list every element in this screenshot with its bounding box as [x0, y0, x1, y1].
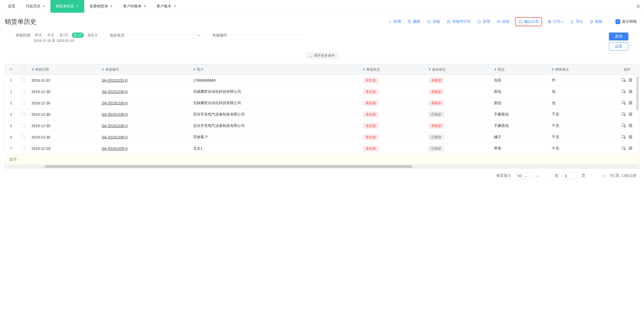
svg-rect-5: [548, 21, 550, 22]
more-icon[interactable]: [628, 101, 633, 106]
svg-rect-30: [631, 113, 632, 114]
pill-today[interactable]: 今天: [46, 33, 56, 38]
col-date[interactable]: ▲▼单据日期: [29, 64, 100, 75]
close-icon[interactable]: ×: [144, 4, 146, 8]
plus-icon: +: [388, 20, 392, 24]
tab-view-sales[interactable]: 查看销货单×: [84, 0, 118, 13]
per-page-select[interactable]: 50⌄: [515, 172, 530, 179]
close-all-tabs-icon[interactable]: ×: [636, 3, 640, 10]
page-input[interactable]: [563, 173, 577, 179]
tab-customer-ledger[interactable]: 客户账本×: [151, 0, 181, 13]
receive-button[interactable]: 收款: [497, 19, 510, 24]
receive-icon: [497, 20, 501, 24]
view-icon[interactable]: [622, 78, 626, 83]
more-icon[interactable]: [628, 89, 633, 94]
docno-link[interactable]: SA-20191231-0: [102, 78, 128, 82]
export-button[interactable]: 导出: [570, 19, 583, 24]
close-icon[interactable]: ×: [110, 4, 113, 8]
docno-input[interactable]: [230, 33, 304, 35]
row-checkbox[interactable]: [21, 112, 25, 116]
prev-page-button[interactable]: 〈: [544, 173, 550, 179]
audit-button[interactable]: 审核: [427, 19, 440, 24]
close-icon[interactable]: ×: [43, 4, 45, 8]
col-doc-status[interactable]: ▲▼单据状态: [361, 64, 426, 75]
svg-rect-49: [629, 149, 630, 150]
gear-icon[interactable]: [9, 68, 13, 72]
svg-rect-6: [549, 20, 550, 21]
pill-7days[interactable]: 近7天: [58, 33, 70, 38]
pagination: 每页显示 50⌄ ⇤ 〈 第 页 〉 ⇥ 共1页, 13条记录: [0, 169, 644, 183]
cell-product: 包装: [492, 75, 549, 86]
close-icon[interactable]: ×: [76, 4, 79, 8]
col-unit[interactable]: ▲▼销售单位: [550, 64, 615, 75]
page-header: 销货单历史 +新增 删除 审核 审核并打印 弃审 收款 确认出库 打印▾ 导出 …: [0, 13, 644, 29]
row-checkbox[interactable]: [21, 89, 25, 94]
filter-pay-status: 收款状态 ⌄: [110, 33, 202, 38]
row-checkbox[interactable]: [21, 123, 25, 128]
row-checkbox[interactable]: [21, 135, 25, 139]
print-button[interactable]: 打印▾: [547, 19, 563, 24]
cell-unit: 千克: [550, 143, 615, 154]
view-icon[interactable]: [622, 123, 626, 128]
tab-home[interactable]: 首页: [3, 0, 21, 13]
cell-date: 2019-12-30: [29, 132, 100, 143]
view-icon[interactable]: [622, 101, 626, 106]
confirm-outbound-button[interactable]: 确认出库: [515, 17, 542, 26]
docno-link[interactable]: SA-20191230-0: [102, 112, 128, 117]
row-checkbox[interactable]: [21, 101, 25, 105]
docno-link[interactable]: SA-20191230-0: [102, 135, 128, 139]
filter-date: 单据日期 昨天 今天 近7天 近1月 自定义 2019-12-10 至 2020…: [16, 33, 99, 43]
view-icon[interactable]: [622, 112, 626, 117]
view-icon[interactable]: [622, 89, 626, 94]
svg-point-8: [11, 68, 12, 70]
settings-button[interactable]: 设置: [609, 43, 628, 50]
docno-link[interactable]: SA-20191230-0: [102, 90, 128, 94]
show-detail-toggle[interactable]: ✓显示明细: [615, 19, 637, 24]
col-product[interactable]: ▲▼商品: [492, 64, 549, 75]
svg-rect-7: [549, 22, 550, 23]
pill-custom[interactable]: 自定义: [86, 33, 99, 38]
unaudit-button[interactable]: 弃审: [477, 19, 490, 24]
docno-link[interactable]: SA-20191229-0: [102, 146, 128, 151]
more-icon[interactable]: [628, 112, 633, 117]
svg-rect-33: [622, 124, 624, 126]
row-index: 7: [5, 143, 17, 154]
tab-payment-history[interactable]: 付款历史×: [21, 0, 50, 13]
tab-customer-statement[interactable]: 客户对账单×: [118, 0, 151, 13]
view-icon[interactable]: [622, 135, 626, 140]
last-page-button[interactable]: ⇥: [600, 173, 606, 178]
expand-conditions-button[interactable]: ⌄展开更多条件: [305, 52, 339, 59]
horizontal-scrollbar[interactable]: [5, 165, 639, 168]
col-pay-status[interactable]: ▲▼收款状态: [426, 64, 492, 75]
pill-1month[interactable]: 近1月: [72, 33, 84, 38]
view-icon[interactable]: [622, 146, 626, 151]
row-checkbox[interactable]: [21, 146, 25, 150]
svg-rect-19: [629, 92, 630, 93]
pay-status-select[interactable]: ⌄: [128, 33, 202, 35]
more-icon[interactable]: [628, 135, 633, 140]
cell-unit: 包: [550, 98, 615, 109]
query-button[interactable]: 查询: [609, 33, 628, 40]
tab-sales-history[interactable]: 销货单历史×: [50, 0, 84, 13]
delete-button[interactable]: 删除: [407, 19, 421, 24]
col-customer[interactable]: ▲▼客户: [191, 64, 361, 75]
close-icon[interactable]: ×: [174, 4, 176, 8]
pay-status-badge: 已收款: [428, 146, 444, 151]
next-page-button[interactable]: 〉: [590, 173, 596, 179]
col-docno[interactable]: ▲▼单据编号: [100, 64, 191, 75]
svg-rect-27: [622, 113, 624, 115]
pill-yesterday[interactable]: 昨天: [34, 33, 44, 38]
docno-link[interactable]: SA-20191230-0: [102, 124, 128, 128]
row-checkbox[interactable]: [21, 78, 25, 82]
add-button[interactable]: +新增: [388, 19, 401, 24]
vertical-scrollbar[interactable]: [636, 76, 638, 111]
more-icon[interactable]: [628, 123, 633, 128]
docno-link[interactable]: SA-20191230-0: [102, 101, 128, 105]
refresh-button[interactable]: 刷新: [589, 19, 603, 24]
filter-panel: 单据日期 昨天 今天 近7天 近1月 自定义 2019-12-10 至 2020…: [5, 29, 639, 59]
more-icon[interactable]: [628, 146, 633, 151]
select-all-checkbox[interactable]: [21, 67, 25, 71]
audit-print-button[interactable]: 审核并打印: [446, 19, 471, 24]
first-page-button[interactable]: ⇤: [534, 173, 540, 178]
more-icon[interactable]: [628, 78, 633, 83]
